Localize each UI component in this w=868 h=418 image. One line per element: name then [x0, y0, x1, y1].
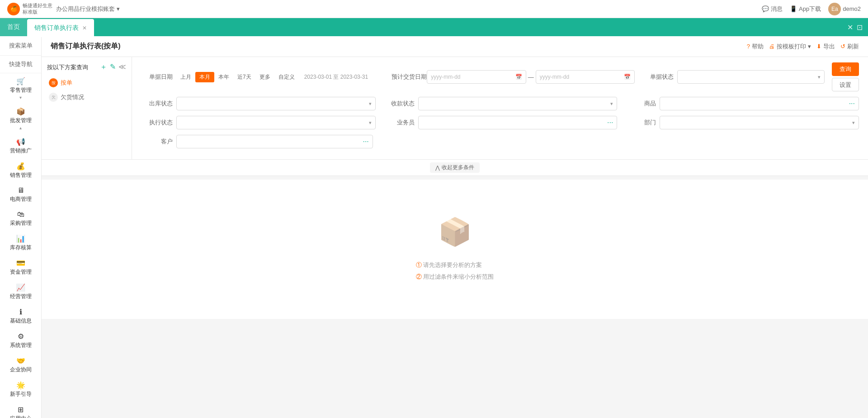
out-status-arrow: ▾: [369, 101, 372, 107]
marketing-icon: 📢: [16, 138, 25, 146]
message-icon: 💬: [762, 5, 769, 12]
sidebar-item-ecommerce[interactable]: 🖥 电商管理: [0, 183, 41, 207]
sidebar-item-marketing[interactable]: 📢 营销推广: [0, 134, 41, 158]
logo-icon: 🍊: [7, 3, 20, 15]
goods-field: 商品 ···: [624, 97, 859, 110]
receipt-status-select[interactable]: ▾: [418, 97, 618, 110]
user-menu[interactable]: Ea demo2: [828, 3, 861, 15]
guide-icon: 🌟: [16, 381, 25, 390]
quick-nav-button[interactable]: 快捷导航: [0, 57, 41, 71]
receipt-status-label: 收款状态: [383, 100, 415, 108]
department-arrow: ▾: [852, 120, 855, 126]
receipt-status-field: 收款状态 ▾: [383, 97, 618, 110]
date-tab-this-month[interactable]: 本月: [195, 72, 214, 82]
filter-row-4: 客户 ···: [141, 135, 859, 148]
by-debt-icon: 欠: [49, 93, 58, 102]
date-tab-last-month[interactable]: 上月: [176, 72, 195, 82]
sidebar-item-finance[interactable]: 💳 资金管理: [0, 255, 41, 280]
filter-scheme-by-order[interactable]: 按 按单: [47, 76, 126, 90]
app-download-button[interactable]: 📱 App下载: [790, 5, 821, 13]
date-field: 单据日期 上月 本月 本年 近7天 更多 自定义 2023-03-01 至 20…: [141, 72, 384, 82]
window-maximize-button[interactable]: ⊡: [857, 23, 863, 32]
settings-button[interactable]: 设置: [832, 78, 859, 91]
status-select-arrow: ▾: [818, 74, 821, 80]
chevron-up-icon: ▴: [19, 125, 22, 130]
add-scheme-button[interactable]: ＋: [100, 62, 107, 72]
collapse-bar-inner: ⋀ 收起更多条件: [430, 162, 480, 173]
expected-date-range: yyyy-mm-dd 📅 — yyyy-mm-dd 📅: [427, 70, 635, 84]
edit-scheme-button[interactable]: ✎: [110, 62, 116, 72]
window-close-button[interactable]: ✕: [847, 23, 853, 32]
date-label: 单据日期: [141, 73, 173, 81]
customer-more-icon[interactable]: ···: [363, 138, 368, 146]
date-range-text: 2023-03-01 至 2023-03-31: [304, 73, 368, 81]
print-button[interactable]: 🖨 按模板打印 ▾: [769, 43, 811, 51]
empty-robot-icon: 📦: [437, 216, 473, 248]
expected-date-field: 预计交货日期 yyyy-mm-dd 📅 — yyyy-mm-dd 📅: [392, 70, 635, 84]
search-button[interactable]: 查询: [832, 62, 859, 76]
sidebar-item-inventory[interactable]: 📊 库存核算: [0, 231, 41, 255]
filter-sidebar: 按以下方案查询 ＋ ✎ ≪ 按 按单 欠: [42, 57, 132, 159]
exec-status-select[interactable]: ▾: [176, 116, 376, 129]
sidebar-item-retail-mgmt[interactable]: 🛒 零售管理 ▾: [0, 73, 41, 104]
goods-input[interactable]: ···: [660, 97, 859, 110]
salesperson-more-icon[interactable]: ···: [607, 119, 613, 127]
filter-scheme-by-debt[interactable]: 欠 欠货情况: [47, 90, 126, 104]
exec-status-field: 执行状态 ▾: [141, 116, 376, 129]
app-selector[interactable]: 办公用品行业模拟账套 ▾: [56, 5, 120, 13]
date-tab-this-year[interactable]: 本年: [214, 72, 233, 82]
salesperson-input[interactable]: ···: [418, 116, 618, 129]
search-menu-button[interactable]: 搜索菜单: [4, 40, 38, 52]
filter-sidebar-header: 按以下方案查询 ＋ ✎ ≪: [47, 62, 126, 72]
empty-text: ① 请先选择要分析的方案 ② 用过滤条件来缩小分析范围: [416, 259, 494, 283]
date-tab-custom[interactable]: 自定义: [274, 72, 299, 82]
ops-icon: 📈: [16, 283, 25, 292]
export-icon: ⬇: [816, 43, 821, 50]
purchase-icon: 🛍: [17, 210, 24, 218]
basic-info-icon: ℹ: [19, 308, 22, 316]
goods-more-icon[interactable]: ···: [849, 100, 855, 108]
department-select[interactable]: ▾: [660, 116, 859, 129]
inventory-icon: 📊: [16, 234, 25, 243]
out-status-select[interactable]: ▾: [176, 97, 376, 110]
sidebar-item-app-center[interactable]: ⊞ 应用中心: [0, 402, 41, 418]
download-icon: 📱: [790, 5, 797, 12]
sidebar-item-new-guide[interactable]: 🌟 新手引导: [0, 377, 41, 402]
collapse-sidebar-button[interactable]: ≪: [118, 62, 126, 72]
calendar-icon-2: 📅: [624, 74, 631, 80]
expected-date-end[interactable]: yyyy-mm-dd 📅: [536, 70, 635, 84]
expected-date-label: 预计交货日期: [392, 73, 423, 81]
sidebar-item-purchase[interactable]: 🛍 采购管理: [0, 207, 41, 231]
sidebar-item-enterprise-coop[interactable]: 🤝 企业协同: [0, 353, 41, 377]
sidebar-item-ops[interactable]: 📈 经营管理: [0, 280, 41, 304]
sidebar-item-basic-info[interactable]: ℹ 基础信息: [0, 304, 41, 328]
goods-label: 商品: [624, 100, 656, 108]
refresh-button[interactable]: ↺ 刷新: [840, 43, 859, 51]
logo-text: 畅捷通好生意 标准版: [23, 3, 52, 14]
empty-state: 📦 ① 请先选择要分析的方案 ② 用过滤条件来缩小分析范围: [42, 180, 868, 319]
form-buttons: 查询 设置: [832, 62, 859, 91]
help-button[interactable]: ? 帮助: [747, 43, 764, 51]
tab-sales-order-exec[interactable]: 销售订单执行表 ✕: [27, 19, 94, 37]
tab-close-button[interactable]: ✕: [82, 25, 87, 31]
coop-icon: 🤝: [16, 356, 25, 365]
customer-input[interactable]: ···: [176, 135, 373, 148]
sidebar-item-wholesale-mgmt[interactable]: 📦 批发管理 ▴: [0, 104, 41, 134]
message-button[interactable]: 💬 消息: [762, 5, 783, 13]
collapse-bar[interactable]: ⋀ 收起更多条件: [42, 160, 868, 176]
sidebar-item-sys-mgmt[interactable]: ⚙ 系统管理: [0, 328, 41, 353]
tab-home[interactable]: 首页: [0, 18, 27, 36]
exec-status-label: 执行状态: [141, 119, 173, 127]
status-select[interactable]: ▾: [677, 70, 825, 84]
sidebar-quick-nav-section: 快捷导航: [0, 56, 41, 73]
export-button[interactable]: ⬇ 导出: [816, 43, 835, 51]
date-tab-more[interactable]: 更多: [255, 72, 274, 82]
print-dropdown-icon: ▾: [808, 43, 811, 50]
expected-date-start[interactable]: yyyy-mm-dd 📅: [427, 70, 526, 84]
page-actions: ? 帮助 🖨 按模板打印 ▾ ⬇ 导出 ↺ 刷新: [747, 43, 859, 51]
sidebar-item-sales-mgmt[interactable]: 💰 销售管理: [0, 158, 41, 183]
empty-state-image: 📦: [437, 216, 473, 252]
date-tab-7days[interactable]: 近7天: [233, 72, 255, 82]
print-icon: 🖨: [769, 43, 775, 50]
retail-icon: 🛒: [16, 77, 25, 86]
